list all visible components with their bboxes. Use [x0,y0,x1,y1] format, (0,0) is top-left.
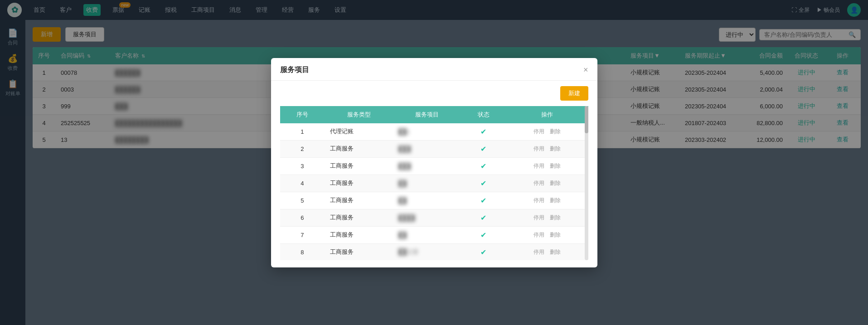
modal-cell-item: ██ [393,226,461,243]
modal-cell-item: ██ [393,175,461,192]
modal-col-num: 序号 [280,106,325,123]
modal-cell-action[interactable]: 停用 删除 [506,192,588,209]
modal-title: 服务项目 [280,65,309,75]
disable-button[interactable]: 停用 [533,163,544,169]
modal-cell-type: 工商服务 [325,192,393,209]
delete-button[interactable]: 删除 [550,128,561,135]
disable-button[interactable]: 停用 [533,232,544,238]
modal-col-status: 状态 [461,106,506,123]
disable-button[interactable]: 停用 [533,214,544,221]
modal-new-button[interactable]: 新建 [560,86,588,101]
modal-cell-status: ✔ [461,123,506,141]
modal-table-row: 3 工商服务 ███ ✔ 停用 删除 [280,157,588,175]
delete-button[interactable]: 删除 [550,180,561,186]
modal-overlay[interactable]: 服务项目 × 新建 序号 服务类型 服务项目 状态 操作 [0,0,868,325]
modal-toolbar: 新建 [271,81,597,106]
modal-col-action: 操作 [506,106,588,123]
modal-cell-item: ███ [393,157,461,175]
modal-table-row: 4 工商服务 ██ ✔ 停用 删除 [280,175,588,192]
disable-button[interactable]: 停用 [533,180,544,186]
modal-close-button[interactable]: × [583,65,588,75]
modal-cell-status: ✔ [461,209,506,226]
modal-cell-num: 5 [280,192,325,209]
modal-cell-status: ✔ [461,140,506,157]
modal-cell-num: 4 [280,175,325,192]
disable-button[interactable]: 停用 [533,146,544,152]
modal-cell-item: ██ [393,192,461,209]
modal-table-row: 8 工商服务 ██注册 ✔ 停用 删除 [280,243,588,260]
delete-button[interactable]: 删除 [550,249,561,255]
delete-button[interactable]: 删除 [550,232,561,238]
delete-button[interactable]: 删除 [550,146,561,152]
modal-cell-item: ██1 [393,123,461,141]
modal-cell-action[interactable]: 停用 删除 [506,140,588,157]
modal-cell-num: 3 [280,157,325,175]
modal-cell-num: 8 [280,243,325,260]
modal-col-type: 服务类型 [325,106,393,123]
modal-cell-num: 6 [280,209,325,226]
disable-button[interactable]: 停用 [533,249,544,255]
delete-button[interactable]: 删除 [550,214,561,221]
service-table: 序号 服务类型 服务项目 状态 操作 1 代理记账 ██1 ✔ 停用 删除 2 … [280,106,588,260]
modal-cell-type: 工商服务 [325,226,393,243]
modal-cell-num: 1 [280,123,325,141]
modal-cell-status: ✔ [461,175,506,192]
modal-cell-num: 7 [280,226,325,243]
modal-cell-status: ✔ [461,226,506,243]
modal-cell-type: 工商服务 [325,209,393,226]
modal-col-item: 服务项目 [393,106,461,123]
modal-body: 序号 服务类型 服务项目 状态 操作 1 代理记账 ██1 ✔ 停用 删除 2 … [271,106,597,267]
modal-cell-item: ████ [393,209,461,226]
modal-cell-action[interactable]: 停用 删除 [506,175,588,192]
scrollbar-thumb[interactable] [585,106,588,133]
modal-cell-action[interactable]: 停用 删除 [506,243,588,260]
modal-cell-type: 工商服务 [325,243,393,260]
modal-cell-action[interactable]: 停用 删除 [506,157,588,175]
modal-cell-action[interactable]: 停用 删除 [506,226,588,243]
delete-button[interactable]: 删除 [550,163,561,169]
modal-cell-action[interactable]: 停用 删除 [506,123,588,141]
modal-table-row: 7 工商服务 ██ ✔ 停用 删除 [280,226,588,243]
modal-cell-action[interactable]: 停用 删除 [506,209,588,226]
modal-table-wrap: 序号 服务类型 服务项目 状态 操作 1 代理记账 ██1 ✔ 停用 删除 2 … [280,106,588,260]
modal-cell-status: ✔ [461,243,506,260]
modal-table-row: 1 代理记账 ██1 ✔ 停用 删除 [280,123,588,141]
modal-cell-type: 工商服务 [325,157,393,175]
modal-table-row: 2 工商服务 ███ ✔ 停用 删除 [280,140,588,157]
disable-button[interactable]: 停用 [533,197,544,204]
modal-cell-status: ✔ [461,192,506,209]
modal-cell-item: ███ [393,140,461,157]
modal-header: 服务项目 × [271,58,597,81]
modal-table-row: 6 工商服务 ████ ✔ 停用 删除 [280,209,588,226]
modal-table-row: 5 工商服务 ██ ✔ 停用 删除 [280,192,588,209]
modal-cell-item: ██注册 [393,243,461,260]
delete-button[interactable]: 删除 [550,197,561,204]
modal-cell-num: 2 [280,140,325,157]
scrollbar[interactable] [585,106,588,260]
service-modal: 服务项目 × 新建 序号 服务类型 服务项目 状态 操作 [271,58,597,267]
modal-cell-status: ✔ [461,157,506,175]
disable-button[interactable]: 停用 [533,128,544,135]
modal-cell-type: 工商服务 [325,175,393,192]
modal-cell-type: 代理记账 [325,123,393,141]
modal-cell-type: 工商服务 [325,140,393,157]
